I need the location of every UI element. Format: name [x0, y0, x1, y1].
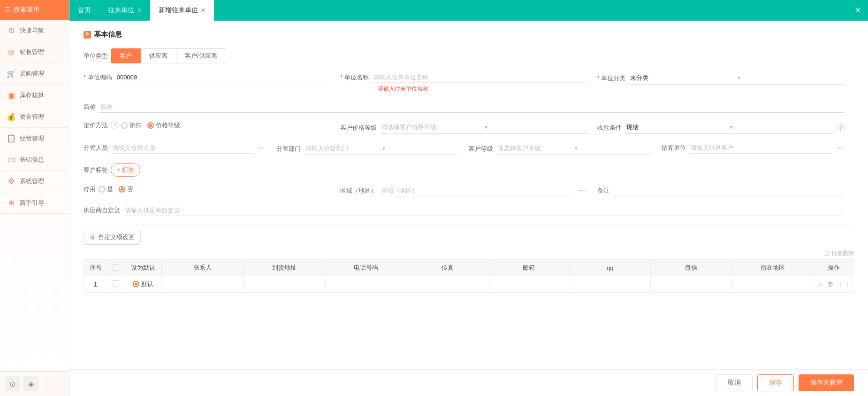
address-input[interactable] — [246, 281, 322, 288]
remarks-input[interactable] — [612, 185, 845, 196]
type-btn-both[interactable]: 客户/供应离 — [176, 48, 226, 63]
tab-new-unit[interactable]: 新增往来单位 ✕ — [150, 0, 214, 21]
sidebar-item-quick-nav[interactable]: ⊙ 快捷导航 — [0, 20, 69, 41]
cell-contact[interactable] — [162, 276, 244, 293]
tag-label: 客户标签 — [84, 166, 108, 174]
gear-icon: ⚙ — [90, 234, 95, 241]
pricing-radio-group: 折扣 价格等级 — [121, 121, 180, 130]
operations-icon: 📋 — [7, 134, 16, 143]
add-row-button[interactable]: ＋ — [817, 280, 823, 288]
unit-code-input[interactable] — [115, 72, 331, 83]
qq-input[interactable] — [573, 281, 648, 288]
add-tag-button[interactable]: + 标签 — [111, 163, 140, 177]
row-checkbox[interactable] — [113, 280, 119, 287]
unit-category-chevron: ▾ — [738, 75, 843, 81]
pricing-row: 定价方法 ? 折扣 价格等级 客户价格等级 请选择客户价格等级 — [84, 121, 854, 134]
radio-disabled-yes[interactable]: 是 — [99, 185, 113, 194]
sidebar-bottom-btn-2[interactable]: ◈ — [23, 376, 38, 391]
disabled-group: 停用 是 否 — [84, 185, 331, 194]
radio-price-level-circle — [147, 122, 154, 129]
type-btn-supplier[interactable]: 供应离 — [141, 48, 176, 63]
cell-email[interactable] — [488, 276, 570, 293]
unit-name-group: 单位名称 请输入往来单位名称 — [340, 72, 587, 93]
region-label: 区域（地区） — [340, 186, 377, 195]
manager-row: 分管人员 ··· 分管部门 请输入分管部门 ▾ 客户等级 请选择客户等级 ▾ 结… — [84, 142, 854, 155]
close-all-tabs[interactable]: ✕ — [848, 5, 868, 16]
payment-help-icon[interactable]: ? — [837, 124, 845, 132]
cell-fax[interactable] — [407, 276, 488, 293]
phone-input[interactable] — [328, 281, 404, 288]
supplier-custom-input[interactable] — [123, 205, 845, 216]
fax-input[interactable] — [410, 281, 485, 288]
purchase-icon: 🛒 — [7, 69, 16, 78]
abbreviation-input[interactable] — [99, 101, 845, 113]
region-input[interactable] — [380, 185, 575, 196]
sidebar-bottom-btn-1[interactable]: ⊙ — [5, 376, 20, 391]
cell-region[interactable] — [732, 276, 814, 293]
sidebar-item-inventory[interactable]: ▣ 库存核算 — [0, 85, 69, 106]
manager-dots[interactable]: ··· — [257, 144, 266, 152]
department-select[interactable]: 请输入分管部门 ▾ — [304, 142, 460, 155]
custom-settings-button[interactable]: ⚙ 自定义项设置 — [84, 230, 141, 245]
pricing-help-icon[interactable]: ? — [111, 122, 118, 129]
cancel-button[interactable]: 取消 — [716, 374, 753, 391]
region-table-input[interactable] — [735, 281, 811, 288]
cell-qq[interactable] — [570, 276, 651, 293]
select-all-checkbox[interactable] — [113, 264, 119, 271]
sidebar-item-purchase[interactable]: 🛒 采购管理 — [0, 63, 69, 85]
close-units-tab[interactable]: ✕ — [137, 7, 142, 14]
inventory-icon: ▣ — [7, 91, 16, 100]
payment-chevron: ▾ — [730, 124, 832, 131]
close-new-unit-tab[interactable]: ✕ — [201, 7, 206, 14]
radio-disabled-no[interactable]: 否 — [119, 185, 133, 194]
sidebar-item-system[interactable]: ⚙ 系统管理 — [0, 171, 69, 192]
th-check — [107, 260, 124, 276]
customer-price-level-group: 客户价格等级 请选择客户价格等级 ▾ — [340, 121, 587, 134]
delete-row-button[interactable]: 🗑 — [827, 280, 834, 288]
cell-default: 默认 — [124, 276, 162, 293]
cell-wechat[interactable] — [651, 276, 732, 293]
unit-name-error: 请输入往来单位名称 — [340, 85, 428, 93]
customer-price-level-select[interactable]: 请选择客户价格等级 ▾ — [380, 121, 587, 134]
abbreviation-label: 简称 — [84, 103, 96, 111]
sidebar-item-finance[interactable]: 💰 资金管理 — [0, 106, 69, 128]
contact-input[interactable] — [165, 281, 240, 288]
default-radio[interactable]: 默认 — [127, 280, 159, 288]
region-dots[interactable]: ··· — [578, 186, 587, 195]
remarks-label: 备注 — [597, 186, 609, 195]
unit-category-select[interactable]: 未分类 ▾ — [628, 72, 845, 85]
sidebar-item-basic-info[interactable]: 🗃 基础信息 — [0, 149, 69, 171]
radio-disabled-no-circle — [119, 186, 125, 193]
radio-price-level[interactable]: 价格等级 — [147, 121, 180, 130]
customer-level-select[interactable]: 请选择客户等级 ▾ — [496, 142, 652, 155]
radio-discount[interactable]: 折扣 — [121, 121, 142, 130]
tab-home[interactable]: 首页 — [69, 0, 99, 21]
region-group: 区域（地区） ··· — [340, 185, 587, 196]
tab-units[interactable]: 往来单位 ✕ — [99, 0, 150, 21]
manager-input[interactable] — [111, 142, 254, 154]
disabled-radio-group: 是 否 — [99, 185, 133, 194]
save-new-button[interactable]: 保存并新增 — [799, 374, 854, 391]
type-btn-customer[interactable]: 客户 — [111, 48, 141, 63]
tutorial-icon: ⊕ — [7, 198, 16, 207]
drag-row-handle[interactable]: ⋮⋮ — [838, 280, 851, 288]
payment-condition-select[interactable]: 现结 ▾ — [624, 121, 834, 134]
customer-price-level-chevron: ▾ — [485, 124, 586, 131]
th-seq: 序号 — [84, 260, 107, 276]
email-input[interactable] — [491, 281, 566, 288]
sidebar-item-tutorial[interactable]: ⊕ 新手引导 — [0, 192, 69, 214]
unit-name-input[interactable] — [372, 72, 588, 83]
save-button[interactable]: 保存 — [757, 374, 794, 391]
wechat-input[interactable] — [654, 281, 729, 288]
cell-phone[interactable] — [325, 276, 407, 293]
sidebar-item-sales[interactable]: ◎ 销售管理 — [0, 41, 69, 63]
search-menu-button[interactable]: ☰ 搜索菜单 — [0, 0, 69, 20]
cell-address[interactable] — [243, 276, 325, 293]
th-email: 邮箱 — [488, 260, 570, 276]
settlement-dots[interactable]: ··· — [835, 144, 845, 152]
batch-delete-label[interactable]: 批量删除 — [831, 249, 854, 257]
unit-type-label: 单位类型 — [84, 52, 108, 60]
sidebar-item-operations[interactable]: 📋 经营管理 — [0, 128, 69, 149]
settlement-unit-input[interactable] — [689, 142, 832, 154]
batch-delete-area: ⊡ 批量删除 — [84, 249, 854, 257]
